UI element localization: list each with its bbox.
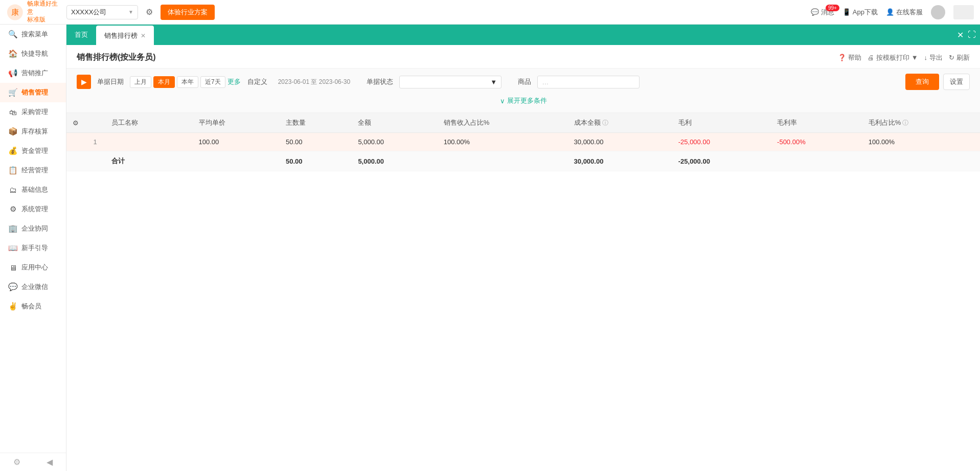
sidebar-label-10: 企业协同 xyxy=(21,224,48,233)
sidebar-icon-11: 📖 xyxy=(8,243,17,253)
filter-toggle-button[interactable]: ▶ xyxy=(77,75,91,89)
export-button[interactable]: ↓ 导出 xyxy=(924,53,943,62)
sidebar-item-采购管理[interactable]: 🛍采购管理 xyxy=(0,102,66,122)
company-selector[interactable]: XXXXX公司 ▼ xyxy=(66,5,138,19)
sidebar-collapse-icon[interactable]: ◀ xyxy=(47,457,53,467)
prev-month-button[interactable]: 上月 xyxy=(130,76,151,88)
footer-sales-pct xyxy=(438,151,568,171)
print-icon: 🖨 xyxy=(868,54,874,61)
tab-close-icon[interactable]: ✕ xyxy=(141,32,146,39)
sidebar-icon-0: 🔍 xyxy=(8,30,17,39)
sidebar-item-新手引导[interactable]: 📖新手引导 xyxy=(0,238,66,258)
sidebar-label-9: 系统管理 xyxy=(21,205,48,214)
th-amount: 全额 xyxy=(352,113,437,133)
footer-amount: 5,000.00 xyxy=(352,151,437,171)
sidebar-label-8: 基础信息 xyxy=(21,185,48,194)
sidebar-label-3: 销售管理 xyxy=(21,88,48,97)
help-icon: ❓ xyxy=(838,54,846,61)
profit-pct-info-icon[interactable]: ⓘ xyxy=(902,119,908,127)
sidebar-label-4: 采购管理 xyxy=(21,107,48,117)
custom-date-link[interactable]: 自定义 xyxy=(243,76,272,88)
tab-maximize-button[interactable]: ⛶ xyxy=(968,30,976,39)
th-profit: 毛利 xyxy=(672,113,771,133)
gear-icon[interactable]: ⚙ xyxy=(142,5,156,19)
th-cost: 成本全额 ⓘ xyxy=(568,113,672,133)
more-dates-link[interactable]: 更多 xyxy=(227,77,241,86)
sidebar-item-经营管理[interactable]: 📋经营管理 xyxy=(0,161,66,180)
sidebar-icon-8: 🗂 xyxy=(8,186,17,194)
expand-conditions-button[interactable]: ∨ 展开更多条件 xyxy=(498,94,549,107)
message-button[interactable]: 💬 消息 99+ xyxy=(811,8,834,17)
cell-cost-0: 30,000.00 xyxy=(568,133,672,151)
sidebar-item-企业协同[interactable]: 🏢企业协同 xyxy=(0,219,66,238)
sidebar-icon-10: 🏢 xyxy=(8,224,17,233)
sidebar-label-5: 库存核算 xyxy=(21,127,48,136)
help-button[interactable]: ❓ 帮助 xyxy=(838,53,861,62)
settings-button[interactable]: 设置 xyxy=(943,74,970,90)
sidebar-item-库存核算[interactable]: 📦库存核算 xyxy=(0,122,66,141)
sidebar-item-企业微信[interactable]: 💬企业微信 xyxy=(0,277,66,297)
sidebar-icon-13: 💬 xyxy=(8,282,17,291)
sidebar-icon-3: 🛒 xyxy=(8,88,17,97)
tab-sales-ranking[interactable]: 销售排行榜 ✕ xyxy=(96,26,154,46)
sidebar-item-畅会员[interactable]: ✌畅会员 xyxy=(0,297,66,316)
sidebar-item-营销推广[interactable]: 📢营销推广 xyxy=(0,63,66,83)
app-download-button[interactable]: 📱 App下载 xyxy=(842,8,878,17)
filter-area: ▶ 单据日期 上月 本月 本年 近7天 更多 自定义 2023-06-01 至 … xyxy=(66,69,980,113)
sidebar-item-销售管理[interactable]: 🛒销售管理 xyxy=(0,83,66,102)
try-industry-button[interactable]: 体验行业方案 xyxy=(161,5,215,20)
table-body: 1 100.00 50.00 5,000.00 100.00% 30,000.0… xyxy=(66,133,980,151)
cell-settings-0 xyxy=(66,133,85,151)
th-sales-pct: 销售收入占比% xyxy=(438,113,568,133)
sidebar-item-搜索菜单[interactable]: 🔍搜索菜单 xyxy=(0,25,66,44)
footer-rank xyxy=(85,151,105,171)
query-button[interactable]: 查询 xyxy=(905,74,939,90)
last-7-days-button[interactable]: 近7天 xyxy=(200,76,225,88)
sidebar-settings-icon[interactable]: ⚙ xyxy=(13,457,20,467)
status-select-chevron: ▼ xyxy=(490,78,497,86)
page-title: 销售排行榜(按业务员) xyxy=(77,52,156,63)
chevron-down-icon: ▼ xyxy=(128,9,133,15)
table-row: 1 100.00 50.00 5,000.00 100.00% 30,000.0… xyxy=(66,133,980,151)
sidebar-label-0: 搜索菜单 xyxy=(21,30,48,39)
sidebar-item-系统管理[interactable]: ⚙系统管理 xyxy=(0,199,66,219)
table-footer-row: 合计 50.00 5,000.00 30,000.00 -25,000.00 xyxy=(66,151,980,171)
export-icon: ↓ xyxy=(924,54,928,61)
footer-label: 合计 xyxy=(105,151,193,171)
query-actions: 查询 设置 xyxy=(905,74,970,90)
cost-info-icon[interactable]: ⓘ xyxy=(602,119,608,127)
tab-sales-ranking-label: 销售排行榜 xyxy=(104,31,138,40)
filter-row-expand: ∨ 展开更多条件 xyxy=(77,94,970,107)
goods-input[interactable]: … xyxy=(537,76,640,88)
filter-row-1: ▶ 单据日期 上月 本月 本年 近7天 更多 自定义 2023-06-01 至 … xyxy=(77,74,970,90)
th-settings[interactable]: ⚙ xyxy=(66,113,85,133)
sidebar-item-基础信息[interactable]: 🗂基础信息 xyxy=(0,180,66,199)
th-profit-pct: 毛利占比% ⓘ xyxy=(862,113,980,133)
tab-close-window-button[interactable]: ✕ xyxy=(957,30,964,40)
cell-rank-0: 1 xyxy=(85,133,105,151)
status-select[interactable]: ▼ xyxy=(399,76,502,88)
footer-profit-rate xyxy=(771,151,862,171)
logo-text: 畅康通好生意 标准版 xyxy=(27,0,62,24)
online-service-button[interactable]: 👤 在线客服 xyxy=(886,8,923,17)
expand-arrow-icon: ∨ xyxy=(500,97,505,105)
sidebar-item-资金管理[interactable]: 💰资金管理 xyxy=(0,141,66,161)
service-icon: 👤 xyxy=(886,8,894,16)
footer-profit: -25,000.00 xyxy=(672,151,771,171)
sidebar-item-应用中心[interactable]: 🖥应用中心 xyxy=(0,258,66,277)
current-month-button[interactable]: 本月 xyxy=(153,76,175,88)
logo-area: 康 畅康通好生意 标准版 xyxy=(6,0,62,24)
user-name-area[interactable] xyxy=(953,5,974,19)
refresh-button[interactable]: ↻ 刷新 xyxy=(949,53,970,62)
user-avatar[interactable] xyxy=(931,5,945,19)
table-header: ⚙ 员工名称 平均单价 主数量 全额 销售收入占比% 成本全额 xyxy=(66,113,980,133)
refresh-icon: ↻ xyxy=(949,54,954,61)
cell-profit-rate-0: -500.00% xyxy=(771,133,862,151)
print-button[interactable]: 🖨 按模板打印 ▼ xyxy=(868,53,918,62)
current-year-button[interactable]: 本年 xyxy=(177,76,198,88)
cell-qty-0: 50.00 xyxy=(280,133,352,151)
sidebar-item-快捷导航[interactable]: 🏠快捷导航 xyxy=(0,44,66,63)
tab-home[interactable]: 首页 xyxy=(66,25,96,45)
sidebar-icon-6: 💰 xyxy=(8,146,17,155)
page-content: 销售排行榜(按业务员) ❓ 帮助 🖨 按模板打印 ▼ ↓ xyxy=(66,45,980,471)
